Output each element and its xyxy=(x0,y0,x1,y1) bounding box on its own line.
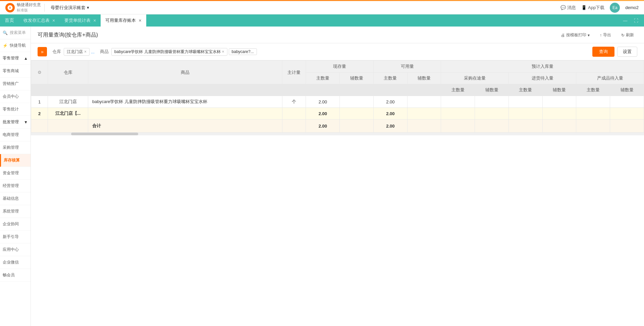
th-purchase-aux: 辅数量 xyxy=(475,84,509,96)
th-gear: ⚙ xyxy=(31,61,48,84)
username[interactable]: demo2 xyxy=(625,5,639,10)
sidebar-item-finance[interactable]: 资金管理 xyxy=(0,167,31,180)
th-available-group: 可用量 xyxy=(373,61,441,73)
sidebar-label-retail-stats: 零售统计 xyxy=(3,106,19,112)
sidebar-item-ecommerce[interactable]: 电商管理 xyxy=(0,129,31,141)
warehouse-more-btn[interactable]: ... xyxy=(91,49,95,54)
tab-minimize-btn[interactable]: — xyxy=(621,16,629,25)
th-empty-product xyxy=(88,84,282,96)
download-label: App下载 xyxy=(588,5,604,11)
sidebar-item-retail-mall[interactable]: 零售商城 xyxy=(0,65,31,78)
print-icon: 🖨 xyxy=(561,33,565,38)
tfoot-empty-warehouse xyxy=(48,120,88,133)
sidebar-item-retail-mgmt[interactable]: 零售管理 ▲ xyxy=(0,52,31,65)
th-empty-stock-aux xyxy=(340,84,374,96)
page-title: 可用量查询(按仓库+商品) xyxy=(38,32,98,39)
gear-icon[interactable]: ⚙ xyxy=(35,70,44,75)
sidebar-label-ecommerce: 电商管理 xyxy=(3,132,19,138)
warehouse-tag-close[interactable]: × xyxy=(84,49,87,54)
top-bar-divider xyxy=(44,4,45,12)
sidebar-label-operations: 经营管理 xyxy=(3,183,19,189)
product-tag-close[interactable]: × xyxy=(222,49,224,54)
tab-order-label: 要货单统计表 xyxy=(64,17,91,24)
sidebar-item-operations[interactable]: 经营管理 xyxy=(0,180,31,192)
td-produced-aux-2 xyxy=(610,108,644,120)
th-unit: 主计量 xyxy=(282,61,306,84)
table-row: 1 江北门店 babycare学饮杯 儿童防摔防撞吸管杯重力球吸嘴杯宝宝水杯 个… xyxy=(31,96,644,108)
available-stock-table: ⚙ 仓库 商品 主计量 现存量 可用量 预计入库量 主数量 辅数量 主数量 辅数… xyxy=(31,60,644,133)
sidebar-item-system[interactable]: 系统管理 xyxy=(0,205,31,218)
td-purchase-main-2 xyxy=(441,108,475,120)
product-filter-label: 商品 xyxy=(100,49,109,55)
sidebar-label-basics: 基础信息 xyxy=(3,196,19,201)
product-tag-babycare: babycare学饮杯 儿童防摔防撞吸管杯重力球吸嘴杯宝宝水杯 × xyxy=(111,48,227,56)
avatar[interactable]: Ea xyxy=(610,3,620,13)
page-header: 可用量查询(按仓库+商品) 🖨 按模板打印 ▾ ↑ 导出 ↻ 刷新 xyxy=(31,27,644,43)
sidebar-label-system: 系统管理 xyxy=(3,208,19,214)
top-bar-right: 💬 消息 📱 App下载 Ea demo2 xyxy=(560,3,639,13)
warehouse-filter-label: 仓库 xyxy=(52,49,61,55)
tab-expand-btn[interactable]: ⛶ xyxy=(632,16,640,25)
table-container: ⚙ 仓库 商品 主计量 现存量 可用量 预计入库量 主数量 辅数量 主数量 辅数… xyxy=(31,60,644,326)
th-purchase-transit: 采购在途量 xyxy=(441,73,509,84)
th-product: 商品 xyxy=(88,61,282,84)
td-index-2: 2 xyxy=(31,108,48,120)
sidebar-item-purchase[interactable]: 采购管理 xyxy=(0,141,31,154)
sidebar-item-wholesale-mgmt[interactable]: 批发管理 ▼ xyxy=(0,116,31,129)
setting-button[interactable]: 设置 xyxy=(617,47,637,57)
td-instock-main-1 xyxy=(508,96,542,108)
company-name: 母婴行业演示账套 xyxy=(51,5,86,11)
th-goods-waiting: 进货待入量 xyxy=(508,73,576,84)
tab-available[interactable]: 可用量库存账本 × xyxy=(101,14,146,27)
tab-order[interactable]: 要货单统计表 × xyxy=(60,14,101,27)
warehouse-tag-value: 江北门店 xyxy=(67,49,83,55)
tab-bar-actions: — ⛶ xyxy=(617,16,644,25)
tab-receive-close[interactable]: × xyxy=(52,18,55,23)
th-empty-warehouse xyxy=(48,84,88,96)
product-tag-babycare2: babycare?... xyxy=(229,48,257,55)
sidebar-search-label: 搜索菜单 xyxy=(10,30,26,36)
refresh-btn[interactable]: ↻ 刷新 xyxy=(618,31,637,40)
sidebar-item-member[interactable]: 会员中心 xyxy=(0,90,31,103)
sidebar-label-appstore: 应用中心 xyxy=(3,247,19,252)
download-action[interactable]: 📱 App下载 xyxy=(581,5,604,11)
export-btn[interactable]: ↑ 导出 xyxy=(596,31,614,40)
sidebar-item-appstore[interactable]: 应用中心 xyxy=(0,243,31,256)
tfoot-empty-index xyxy=(31,120,48,133)
th-avail-aux: 辅数量 xyxy=(407,73,441,84)
tab-order-close[interactable]: × xyxy=(93,18,96,23)
sidebar-item-retail-stats[interactable]: 零售统计 xyxy=(0,103,31,116)
product-filter-tags: babycare学饮杯 儿童防摔防撞吸管杯重力球吸嘴杯宝宝水杯 × babyca… xyxy=(111,47,257,56)
print-btn[interactable]: 🖨 按模板打印 ▾ xyxy=(557,31,593,40)
chevron-down-icon: ▾ xyxy=(87,5,89,10)
company-selector[interactable]: 母婴行业演示账套 ▾ xyxy=(48,3,92,12)
sidebar-shortcut[interactable]: ⚡ 快捷导航 xyxy=(0,39,31,52)
filter-expand-btn[interactable]: » xyxy=(38,47,47,56)
sidebar-item-vip[interactable]: 畅会员 xyxy=(0,269,31,282)
sidebar-item-basics[interactable]: 基础信息 xyxy=(0,192,31,205)
download-icon: 📱 xyxy=(581,5,587,10)
sidebar-search[interactable]: 🔍 搜索菜单 xyxy=(0,27,31,39)
tab-receive-label: 收发存汇总表 xyxy=(23,17,50,24)
sidebar-item-newbie[interactable]: 新手引导 xyxy=(0,231,31,243)
td-purchase-aux-2 xyxy=(475,108,509,120)
tab-receive[interactable]: 收发存汇总表 × xyxy=(19,14,60,27)
tab-available-close[interactable]: × xyxy=(139,18,141,23)
top-bar: 畅捷通好生意 标准版 母婴行业演示账套 ▾ 💬 消息 📱 App下载 Ea de… xyxy=(0,1,644,14)
sidebar-item-inventory[interactable]: 库存核算 xyxy=(0,154,31,167)
sidebar-item-wechat-work[interactable]: 企业微信 xyxy=(0,256,31,269)
query-button[interactable]: 查询 xyxy=(592,47,614,57)
product-tag-value2: babycare?... xyxy=(232,49,254,54)
td-produced-aux-1 xyxy=(610,96,644,108)
message-action[interactable]: 💬 消息 xyxy=(560,5,576,11)
sidebar-item-marketing[interactable]: 营销推广 xyxy=(0,78,31,90)
scroll-thumb[interactable] xyxy=(71,133,138,135)
th-empty-unit xyxy=(282,84,306,96)
scroll-bar[interactable] xyxy=(31,133,644,135)
logo-title: 畅捷通好生意 xyxy=(17,2,41,8)
shortcut-label: 快捷导航 xyxy=(10,43,26,48)
filter-warehouse-group: 仓库 江北门店 × ... xyxy=(52,47,95,56)
tab-home[interactable]: 首页 xyxy=(0,14,19,27)
td-product-2 xyxy=(88,108,282,120)
sidebar-item-enterprise[interactable]: 企业协同 xyxy=(0,218,31,231)
